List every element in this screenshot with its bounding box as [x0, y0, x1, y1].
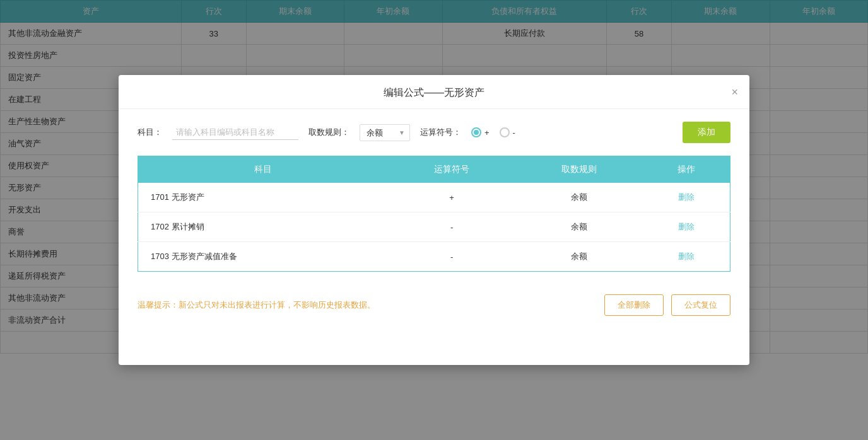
- footer-tip: 温馨提示：新公式只对未出报表进行计算，不影响历史报表数据。: [138, 299, 375, 311]
- col-action: 操作: [643, 156, 730, 183]
- operator-plus-label: +: [484, 128, 490, 137]
- add-button[interactable]: 添加: [683, 122, 730, 143]
- table-row: 1703 无形资产减值准备-余额删除: [138, 242, 730, 272]
- operator-plus-radio[interactable]: +: [471, 127, 490, 137]
- delete-link[interactable]: 删除: [678, 192, 695, 202]
- cell-rule: 余额: [515, 212, 643, 242]
- cell-subject: 1701 无形资产: [138, 183, 389, 212]
- radio-minus-icon: [500, 127, 510, 137]
- cell-subject: 1702 累计摊销: [138, 212, 389, 242]
- rule-label: 取数规则：: [308, 127, 349, 138]
- subject-label: 科目：: [138, 127, 162, 138]
- cell-rule: 余额: [515, 183, 643, 212]
- col-subject: 科目: [138, 156, 389, 183]
- cell-action: 删除: [643, 212, 730, 242]
- col-rule: 取数规则: [515, 156, 643, 183]
- radio-plus-icon: [471, 127, 481, 137]
- rule-select[interactable]: 余额 借方 贷方: [360, 124, 410, 141]
- cell-operator: +: [388, 183, 515, 212]
- delete-link[interactable]: 删除: [678, 222, 695, 231]
- modal-body: 科目： 取数规则： 余额 借方 贷方 ▼ 运算符号： + -: [119, 109, 749, 284]
- subject-input[interactable]: [172, 125, 298, 140]
- close-button[interactable]: ×: [731, 86, 738, 98]
- modal-title: 编辑公式——无形资产: [384, 86, 484, 100]
- cell-action: 删除: [643, 242, 730, 272]
- delete-link[interactable]: 删除: [678, 252, 695, 261]
- operator-minus-radio[interactable]: -: [500, 127, 515, 137]
- cell-action: 删除: [643, 183, 730, 212]
- operator-radio-group: + -: [471, 127, 515, 137]
- table-row: 1702 累计摊销-余额删除: [138, 212, 730, 242]
- reset-formula-button[interactable]: 公式复位: [671, 294, 730, 316]
- formula-table: 科目 运算符号 取数规则 操作 1701 无形资产+余额删除1702 累计摊销-…: [138, 156, 730, 272]
- delete-all-button[interactable]: 全部删除: [604, 294, 664, 316]
- cell-operator: -: [388, 242, 515, 272]
- edit-formula-modal: 编辑公式——无形资产 × 科目： 取数规则： 余额 借方 贷方 ▼ 运算符号： …: [119, 75, 749, 365]
- table-header-row: 科目 运算符号 取数规则 操作: [138, 156, 730, 183]
- col-operator: 运算符号: [388, 156, 515, 183]
- operator-minus-label: -: [513, 128, 515, 137]
- form-row: 科目： 取数规则： 余额 借方 贷方 ▼ 运算符号： + -: [138, 122, 730, 143]
- cell-subject: 1703 无形资产减值准备: [138, 242, 389, 272]
- operator-label: 运算符号：: [420, 127, 461, 138]
- cell-operator: -: [388, 212, 515, 242]
- modal-footer: 温馨提示：新公式只对未出报表进行计算，不影响历史报表数据。 全部删除 公式复位: [119, 284, 749, 316]
- cell-rule: 余额: [515, 242, 643, 272]
- modal-header: 编辑公式——无形资产 ×: [119, 75, 749, 109]
- rule-select-wrapper[interactable]: 余额 借方 贷方 ▼: [360, 124, 410, 141]
- table-row: 1701 无形资产+余额删除: [138, 183, 730, 212]
- footer-buttons: 全部删除 公式复位: [604, 294, 730, 316]
